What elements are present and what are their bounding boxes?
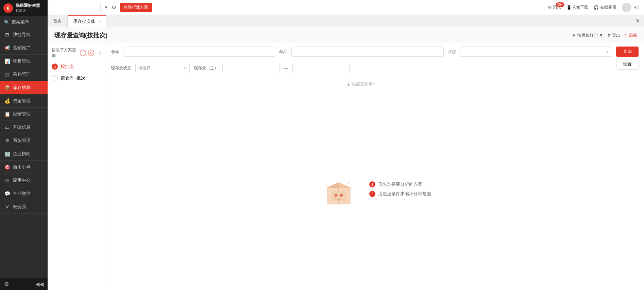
quantity-to[interactable] [295, 66, 346, 70]
warehouse-input-wrapper[interactable]: ··· [123, 47, 275, 57]
solution-item-batch[interactable]: ⊙ 按批次 [48, 61, 105, 72]
filter-settings-btn[interactable]: 设置 [616, 59, 639, 70]
filter-actions: 查询 设置 [616, 47, 639, 70]
tab-close-btn[interactable]: × [99, 19, 101, 23]
add-solution-btn[interactable]: + [80, 50, 86, 56]
sidebar-item-label: 快捷导航 [13, 32, 31, 38]
collapse-panel-btn[interactable]: 《 [96, 50, 101, 56]
tab-inventory-batch[interactable]: 库存批次账 × [68, 15, 106, 27]
refresh-label: 刷新 [629, 33, 637, 38]
sidebar-item-inventory[interactable]: 📦 库存核算 [0, 81, 48, 94]
app-download-label: App下载 [573, 4, 588, 10]
quantity-from[interactable] [225, 66, 276, 70]
user-avatar-btn[interactable]: Rit [622, 3, 639, 12]
sidebar-item-sales[interactable]: 📊 销售管理 [0, 55, 48, 68]
status-select[interactable]: ▼ [460, 47, 612, 57]
page-header: 现存量查询(按批次) 🖨 按模板打印 ▼ ⬆ 导出 ↻ 刷新 [48, 27, 644, 42]
tab-home[interactable]: 首页 [48, 15, 68, 27]
basics-icon: 🗂 [4, 124, 10, 130]
user-avatar [622, 3, 631, 12]
purchase-icon: 🛒 [4, 71, 10, 77]
sidebar-search[interactable]: 🔍 搜索菜单 [0, 16, 48, 28]
sidebar-item-marketing[interactable]: 📢 营销推广 [0, 41, 48, 55]
empty-illustration: ✦ ✦ ✦ [318, 169, 359, 210]
export-btn[interactable]: ⬆ 导出 [607, 33, 620, 38]
sidebar-item-label: 畅会员 [13, 204, 26, 210]
refresh-btn[interactable]: ↻ 刷新 [624, 33, 637, 38]
left-panel-title: 按以下方案查询 [52, 47, 80, 59]
app-subtitle: 标准版 [16, 8, 40, 13]
product-input-wrapper[interactable]: ··· [291, 47, 443, 57]
sidebar-item-newbie[interactable]: 🎯 新手引导 [0, 161, 48, 174]
sidebar-item-system[interactable]: ⚙ 系统管理 [0, 134, 48, 147]
sidebar-item-enterprise[interactable]: 🏢 企业协同 [0, 147, 48, 161]
topbar-gear-icon[interactable]: ⚙ [112, 4, 116, 11]
quantity-from-input[interactable] [222, 63, 279, 73]
step-1-num: 1 [369, 181, 375, 187]
sidebar-header: 6 畅康通好生意 标准版 [0, 0, 48, 16]
settings-solution-btn[interactable]: ⊙ [88, 50, 94, 56]
panel-close-btn[interactable]: ✕ [631, 18, 644, 24]
svg-marker-1 [327, 182, 339, 187]
svg-point-7 [340, 194, 343, 197]
sidebar-item-basics[interactable]: 🗂 基础信息 [0, 121, 48, 134]
sidebar-item-appstore[interactable]: ⊙ 应用中心 [0, 174, 48, 187]
online-service-label: 在线客服 [600, 4, 616, 10]
sidebar-item-label: 基础信息 [13, 124, 31, 130]
warehouse-dots[interactable]: ··· [267, 49, 272, 54]
solution-item-warehouse-batch[interactable]: ○ 按仓库+批次 [48, 72, 105, 84]
finance-icon: 💰 [4, 98, 10, 104]
quantity-to-input[interactable] [292, 63, 350, 73]
print-label: 按模板打印 [577, 33, 598, 38]
filter-row-1: 仓库 ··· 商品 ··· 状态 [111, 47, 612, 57]
stock-status-select[interactable]: 请选择 ▼ [135, 63, 190, 73]
member-icon: V [4, 204, 10, 210]
app-download-btn[interactable]: 📱 App下载 [566, 4, 588, 10]
messages-btn[interactable]: ✉ 消息 99+ [548, 4, 561, 10]
topbar-search-input[interactable] [53, 3, 101, 12]
trial-btn[interactable]: 体验行业方案 [120, 3, 152, 12]
collapse-sidebar-icon[interactable]: ◀◀ [35, 281, 44, 287]
product-input[interactable] [294, 49, 435, 54]
topbar-actions: ✉ 消息 99+ 📱 App下载 🎧 在线客服 Rit [548, 3, 639, 12]
inventory-icon: 📦 [4, 85, 10, 91]
sidebar-item-finance[interactable]: 💰 资金管理 [0, 94, 48, 108]
sidebar-item-quick-nav[interactable]: ⊞ 快捷导航 [0, 28, 48, 41]
topbar-chevron-icon[interactable]: ▼ [104, 5, 108, 10]
messages-badge: 99+ [556, 2, 564, 7]
sidebar-item-member[interactable]: V 畅会员 [0, 200, 48, 214]
export-icon: ⬆ [607, 33, 611, 38]
sidebar-item-label: 销售管理 [13, 58, 31, 64]
solution-batch-icon: ⊙ [52, 64, 58, 70]
settings-icon[interactable]: ⚙ [4, 281, 9, 287]
sidebar-item-operations[interactable]: 📋 经营管理 [0, 108, 48, 121]
stock-status-label: 现存量状态 [111, 65, 131, 71]
page-content: 现存量查询(按批次) 🖨 按模板打印 ▼ ⬆ 导出 ↻ 刷新 [48, 27, 644, 290]
left-panel: 按以下方案查询 + ⊙ 《 ⊙ 按批次 ○ 按仓库+批次 [48, 42, 105, 290]
enterprise-icon: 🏢 [4, 151, 10, 157]
online-service-btn[interactable]: 🎧 在线客服 [594, 4, 616, 10]
sidebar-item-wechat[interactable]: 💬 企业微信 [0, 187, 48, 200]
stock-status-chevron-icon: ▼ [183, 66, 187, 70]
tab-home-label: 首页 [53, 18, 62, 24]
product-dots[interactable]: ··· [435, 49, 441, 54]
right-content: 仓库 ··· 商品 ··· 状态 [105, 42, 644, 290]
wechat-icon: 💬 [4, 191, 10, 197]
step-1-text: 请先选择要分析的方案 [378, 181, 422, 187]
collapse-more-btn[interactable]: ▲ 收起更多条件 [111, 79, 612, 89]
system-icon: ⚙ [4, 138, 10, 144]
sidebar-item-label: 企业协同 [13, 151, 31, 157]
app-title: 畅康通好生意 [16, 3, 40, 8]
query-btn[interactable]: 查询 [616, 47, 639, 57]
svg-text:✦: ✦ [325, 183, 327, 186]
sidebar: 6 畅康通好生意 标准版 🔍 搜索菜单 ⊞ 快捷导航 📢 营销推广 📊 销售管理… [0, 0, 48, 290]
warehouse-input[interactable] [126, 49, 267, 54]
svg-text:✦: ✦ [347, 181, 350, 185]
solution-warehouse-label: 按仓库+批次 [61, 75, 85, 81]
product-label: 商品 [279, 49, 287, 55]
empty-step-1: 1 请先选择要分析的方案 [369, 181, 431, 187]
sidebar-item-purchase[interactable]: 🛒 采购管理 [0, 68, 48, 81]
collapse-up-icon: ▲ [346, 82, 351, 87]
print-btn[interactable]: 🖨 按模板打印 ▼ [572, 33, 603, 38]
sidebar-item-label: 系统管理 [13, 138, 31, 144]
